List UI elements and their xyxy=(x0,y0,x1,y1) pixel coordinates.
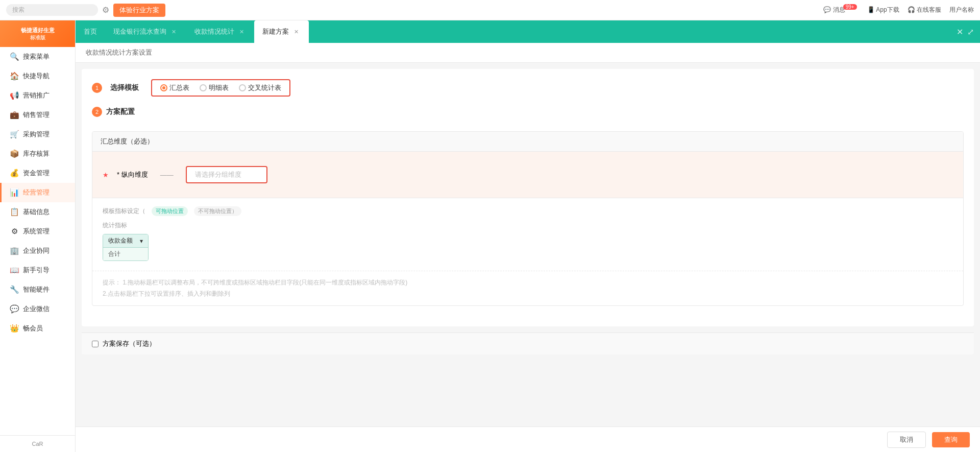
sidebar-item-sales[interactable]: 💼 销售管理 xyxy=(0,105,75,125)
breadcrumb: 收款情况统计方案设置 xyxy=(76,43,980,63)
marketing-icon: 📢 xyxy=(10,91,19,100)
radio-cross[interactable]: 交叉统计表 xyxy=(239,83,281,92)
sidebar-logo: 畅捷通好生意 标准版 xyxy=(0,20,75,47)
radio-cross-circle xyxy=(239,84,246,91)
messages-link[interactable]: 💬 消息99+ xyxy=(823,6,859,14)
step2-badge: 2 xyxy=(92,107,102,117)
tab-cash-flow[interactable]: 现金银行流水查询 ✕ xyxy=(105,20,186,43)
step1-label: 选择模板 xyxy=(110,83,139,92)
query-button[interactable]: 查询 xyxy=(932,432,970,447)
tab-close-new-plan[interactable]: ✕ xyxy=(292,28,301,36)
messages-badge: 99+ xyxy=(843,4,857,10)
form-section: 1 选择模板 汇总表 明细表 交叉统计表 xyxy=(82,69,974,326)
inventory-icon: 📦 xyxy=(10,149,19,158)
sidebar-footer: CaR xyxy=(0,435,75,452)
step2-row: 2 方案配置 汇总维度（必选） ★ * 纵向维度 —— xyxy=(92,107,964,306)
main-layout: 畅捷通好生意 标准版 🔍 搜索菜单 🏠 快捷导航 📢 营销推广 💼 销售管理 🛒… xyxy=(0,20,980,452)
hardware-icon: 🔧 xyxy=(10,285,19,294)
vertical-dim-label: * 纵向维度 xyxy=(117,170,148,179)
sidebar-item-finance[interactable]: 💰 资金管理 xyxy=(0,163,75,183)
dim-arrow: —— xyxy=(160,171,174,179)
dropdown-icon: ▾ xyxy=(140,237,143,245)
dimension-select[interactable]: 请选择分组维度 xyxy=(186,166,267,183)
sidebar-item-enterprise[interactable]: 🏢 企业协同 xyxy=(0,241,75,260)
enterprise-icon: 🏢 xyxy=(10,246,19,255)
wechat-icon: 💬 xyxy=(10,304,19,314)
tab-collection-stats[interactable]: 收款情况统计 ✕ xyxy=(186,20,254,43)
user-name[interactable]: 用户名称 xyxy=(949,6,974,14)
download-link[interactable]: 📱 App下载 xyxy=(867,6,899,14)
save-label: 方案保存（可选） xyxy=(103,339,156,348)
cancel-button[interactable]: 取消 xyxy=(887,432,926,448)
page-content: 收款情况统计方案设置 1 选择模板 汇总表 明细表 xyxy=(76,43,980,426)
stat-group-header[interactable]: 收款金额 ▾ xyxy=(103,234,148,247)
content-area: 首页 现金银行流水查询 ✕ 收款情况统计 ✕ 新建方案 ✕ ✕ ⤢ xyxy=(76,20,980,452)
search-icon: 🔍 xyxy=(10,52,19,61)
app-edition: 标准版 xyxy=(21,34,55,41)
template-radio-group: 汇总表 明细表 交叉统计表 xyxy=(151,79,290,97)
save-checkbox[interactable] xyxy=(92,341,99,347)
sidebar-item-member[interactable]: 👑 畅会员 xyxy=(0,319,75,338)
tab-maximize-btn[interactable]: ⤢ xyxy=(967,27,974,37)
guide-icon: 📖 xyxy=(10,266,19,275)
step2-label: 方案配置 xyxy=(106,107,135,116)
stat-group-row: 合计 xyxy=(103,247,148,260)
radio-detail-circle xyxy=(200,84,207,91)
member-icon: 👑 xyxy=(10,324,19,333)
tab-home[interactable]: 首页 xyxy=(76,20,105,43)
sidebar-item-inventory[interactable]: 📦 库存核算 xyxy=(0,144,75,163)
indicators-section: 模板指标设定（ 可拖动位置 不可拖动位置） 统计指标 收款金额 ▾ 合计 xyxy=(92,198,963,271)
sidebar-item-home[interactable]: 🏠 快捷导航 xyxy=(0,66,75,86)
hint-text-1: 提示： 1.拖动标题栏可以调整布局，不可跨维度或指标区域拖动栏目字段(只能在同一… xyxy=(103,277,953,289)
no-drag-badge: 不可拖动位置） xyxy=(194,206,241,216)
stat-group-label: 统计指标 xyxy=(103,221,953,230)
top-bar-right: 💬 消息99+ 📱 App下载 🎧 在线客服 用户名称 xyxy=(823,6,974,14)
sidebar-item-system[interactable]: ⚙ 系统管理 xyxy=(0,222,75,241)
radio-detail[interactable]: 明细表 xyxy=(200,83,229,92)
sidebar-item-wechat[interactable]: 💬 企业微信 xyxy=(0,299,75,319)
stat-group: 收款金额 ▾ 合计 xyxy=(103,234,149,261)
tab-bar: 首页 现金银行流水查询 ✕ 收款情况统计 ✕ 新建方案 ✕ ✕ ⤢ xyxy=(76,20,980,43)
sidebar-item-marketing[interactable]: 📢 营销推广 xyxy=(0,86,75,105)
sidebar-item-guide[interactable]: 📖 新手引导 xyxy=(0,260,75,280)
top-bar: 搜索 ⚙ 体验行业方案 💬 消息99+ 📱 App下载 🎧 在线客服 用户名称 xyxy=(0,0,980,20)
basic-info-icon: 📋 xyxy=(10,207,19,217)
sidebar-item-management[interactable]: 📊 经营管理 xyxy=(0,183,75,202)
sidebar-item-basic-info[interactable]: 📋 基础信息 xyxy=(0,202,75,222)
top-bar-left: 搜索 ⚙ 体验行业方案 xyxy=(6,4,165,17)
tab-bar-actions: ✕ ⤢ xyxy=(957,27,980,37)
search-bar[interactable]: 搜索 xyxy=(6,4,98,16)
purchase-icon: 🛒 xyxy=(10,130,19,139)
sidebar-item-search[interactable]: 🔍 搜索菜单 xyxy=(0,47,75,66)
trial-btn[interactable]: 体验行业方案 xyxy=(113,4,165,17)
tab-new-plan[interactable]: 新建方案 ✕ xyxy=(254,20,309,43)
tab-close-collection[interactable]: ✕ xyxy=(237,28,246,36)
system-icon: ⚙ xyxy=(10,227,19,236)
drag-badge: 可拖动位置 xyxy=(152,206,188,216)
dimension-header: 汇总维度（必选） xyxy=(92,132,963,152)
home-icon: 🏠 xyxy=(10,72,19,81)
tab-close-all-btn[interactable]: ✕ xyxy=(957,27,963,37)
config-section: 汇总维度（必选） ★ * 纵向维度 —— 请选择分组维度 模板指标 xyxy=(92,131,964,306)
sidebar-item-purchase[interactable]: 🛒 采购管理 xyxy=(0,125,75,144)
tab-close-cash-flow[interactable]: ✕ xyxy=(169,28,178,36)
management-icon: 📊 xyxy=(10,188,19,197)
radio-summary[interactable]: 汇总表 xyxy=(160,83,189,92)
app-logo-text: 畅捷通好生意 xyxy=(21,27,55,34)
finance-icon: 💰 xyxy=(10,169,19,178)
settings-icon[interactable]: ⚙ xyxy=(102,5,109,15)
required-star: ★ xyxy=(103,171,109,179)
sidebar-item-hardware[interactable]: 🔧 智能硬件 xyxy=(0,280,75,299)
dimension-area: ★ * 纵向维度 —— 请选择分组维度 xyxy=(92,152,963,198)
sidebar-footer-btn1[interactable]: CaR xyxy=(32,441,43,447)
bottom-bar: 取消 查询 xyxy=(76,426,980,452)
hint-section: 提示： 1.拖动标题栏可以调整布局，不可跨维度或指标区域拖动栏目字段(只能在同一… xyxy=(92,271,963,305)
save-section: 方案保存（可选） xyxy=(82,332,974,354)
indicators-header: 模板指标设定（ 可拖动位置 不可拖动位置） xyxy=(103,206,953,216)
radio-summary-circle xyxy=(160,84,167,91)
service-link[interactable]: 🎧 在线客服 xyxy=(908,6,941,14)
sales-icon: 💼 xyxy=(10,110,19,120)
step1-badge: 1 xyxy=(92,83,102,93)
step1-row: 1 选择模板 汇总表 明细表 交叉统计表 xyxy=(92,79,964,97)
hint-text-2: 2.点击标题栏下拉可设置排序、插入列和删除列 xyxy=(103,289,953,300)
